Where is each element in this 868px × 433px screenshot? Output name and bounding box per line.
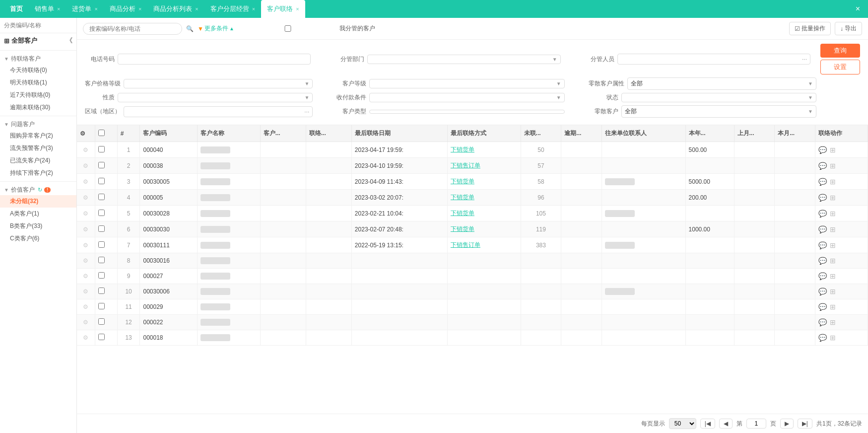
region-select[interactable]: ··· (124, 106, 313, 117)
contact-method-link[interactable]: 下销货单 (451, 178, 474, 185)
status-select[interactable]: ▼ (621, 93, 816, 102)
cell-checkbox[interactable] (95, 269, 117, 284)
message-icon[interactable]: 💬 (818, 178, 827, 186)
row-settings-icon[interactable]: ⚙ (83, 194, 88, 201)
cell-checkbox[interactable] (95, 158, 117, 174)
message-icon[interactable]: 💬 (818, 318, 827, 326)
search-icon[interactable]: 🔍 (186, 25, 194, 32)
sidebar-item-tomorrow[interactable]: 明天待联络(1) (0, 76, 76, 89)
grid-action-icon[interactable]: ⊞ (830, 288, 836, 295)
cell-settings[interactable]: ⚙ (77, 330, 95, 346)
next-page-btn[interactable]: ▶ (780, 419, 794, 429)
sidebar-item-class-b[interactable]: B类客户(33) (0, 220, 76, 232)
nav-tab-customer-contact[interactable]: 客户联络 × (261, 0, 305, 18)
cell-last-method[interactable]: 下销售订单 (447, 237, 521, 253)
cell-settings[interactable]: ⚙ (77, 221, 95, 237)
contact-method-link[interactable]: 下销货单 (451, 225, 474, 232)
row-settings-icon[interactable]: ⚙ (83, 273, 88, 280)
grid-action-icon[interactable]: ⊞ (830, 272, 836, 280)
phone-input[interactable] (118, 54, 311, 65)
row-settings-icon[interactable]: ⚙ (83, 178, 88, 185)
grid-action-icon[interactable]: ⊞ (830, 194, 836, 202)
cell-checkbox[interactable] (95, 142, 117, 158)
sidebar-item-abnormal[interactable]: 囤购异常客户(2) (0, 130, 76, 142)
row-checkbox[interactable] (98, 303, 105, 309)
row-checkbox[interactable] (98, 288, 105, 294)
nav-tab-purchase-close[interactable]: × (94, 6, 97, 12)
cell-last-method[interactable]: 下销货单 (447, 174, 521, 190)
cell-last-method[interactable] (447, 330, 521, 346)
nav-tab-home[interactable]: 首页 (4, 0, 29, 18)
nav-tab-analysis-list[interactable]: 商品分析列表 × (147, 0, 204, 18)
sidebar-item-churned[interactable]: 已流失客户(24) (0, 154, 76, 167)
nav-tab-sales[interactable]: 销售单 × (29, 0, 66, 18)
cell-settings[interactable]: ⚙ (77, 253, 95, 269)
nav-tab-customer-segment-close[interactable]: × (252, 6, 255, 12)
cell-last-method[interactable] (447, 253, 521, 269)
cell-settings[interactable]: ⚙ (77, 269, 95, 284)
col-name[interactable]: 客户名称 (197, 125, 260, 142)
cell-last-method[interactable] (447, 315, 521, 330)
col-no-contact[interactable]: 未联... (521, 125, 561, 142)
row-settings-icon[interactable]: ⚙ (83, 146, 88, 153)
cell-last-method[interactable] (447, 269, 521, 284)
message-icon[interactable]: 💬 (818, 225, 827, 233)
sidebar-item-today[interactable]: 今天待联络(0) (0, 64, 76, 76)
price-level-select[interactable]: ▼ (124, 79, 313, 88)
row-checkbox[interactable] (98, 146, 105, 152)
dept-select[interactable]: ▼ (367, 55, 560, 64)
sidebar-item-class-c[interactable]: C类客户(6) (0, 232, 76, 245)
grid-action-icon[interactable]: ⊞ (830, 162, 836, 170)
sidebar-group-pending[interactable]: ▼ 待联络客户 (0, 53, 76, 64)
sidebar-item-class-a[interactable]: A类客户(1) (0, 208, 76, 220)
export-button[interactable]: ↓ 导出 (835, 22, 862, 35)
row-checkbox[interactable] (98, 210, 105, 216)
row-settings-icon[interactable]: ⚙ (83, 162, 88, 169)
sidebar-item-declining[interactable]: 持续下滑客户(2) (0, 167, 76, 179)
cell-checkbox[interactable] (95, 190, 117, 206)
contact-method-link[interactable]: 下销售订单 (451, 162, 480, 169)
cell-settings[interactable]: ⚙ (77, 237, 95, 253)
row-settings-icon[interactable]: ⚙ (83, 242, 88, 249)
cell-settings[interactable]: ⚙ (77, 190, 95, 206)
page-input[interactable] (746, 419, 766, 429)
message-icon[interactable]: 💬 (818, 334, 827, 342)
grid-action-icon[interactable]: ⊞ (830, 334, 836, 342)
grid-action-icon[interactable]: ⊞ (830, 257, 836, 265)
cell-last-method[interactable] (447, 284, 521, 299)
reset-button[interactable]: 设置 (820, 60, 860, 74)
grid-action-icon[interactable]: ⊞ (830, 225, 836, 233)
cell-settings[interactable]: ⚙ (77, 142, 95, 158)
grid-action-icon[interactable]: ⊞ (830, 303, 836, 311)
cell-settings[interactable]: ⚙ (77, 315, 95, 330)
cell-last-method[interactable]: 下销货单 (447, 206, 521, 221)
row-checkbox[interactable] (98, 241, 105, 248)
row-settings-icon[interactable]: ⚙ (83, 226, 88, 233)
row-checkbox[interactable] (98, 318, 105, 325)
sidebar-group-value[interactable]: ▼ 价值客户 ↻ ! (0, 184, 76, 195)
col-this-month[interactable]: 本月... (775, 125, 815, 142)
batch-op-button[interactable]: ☑ 批量操作 (789, 22, 831, 35)
my-customers-checkbox[interactable] (238, 25, 337, 32)
cell-checkbox[interactable] (95, 330, 117, 346)
row-checkbox[interactable] (98, 194, 105, 200)
person-select[interactable]: ··· (617, 54, 810, 65)
col-contact[interactable]: 联络... (306, 125, 351, 142)
message-icon[interactable]: 💬 (818, 288, 827, 295)
col-company-contact[interactable]: 往来单位联系人 (601, 125, 685, 142)
message-icon[interactable]: 💬 (818, 257, 827, 265)
customer-type-select[interactable] (369, 110, 564, 114)
sidebar-group-problem[interactable]: ▼ 问题客户 (0, 118, 76, 130)
cell-last-method[interactable]: 下销售订单 (447, 158, 521, 174)
sidebar-search-input[interactable] (4, 22, 77, 29)
nav-tab-analysis-close[interactable]: × (138, 6, 141, 12)
cell-checkbox[interactable] (95, 237, 117, 253)
cell-last-method[interactable]: 下销货单 (447, 142, 521, 158)
row-checkbox[interactable] (98, 272, 105, 279)
cell-checkbox[interactable] (95, 206, 117, 221)
nature-select[interactable]: ▼ (118, 93, 313, 102)
row-settings-icon[interactable]: ⚙ (83, 288, 88, 295)
col-code[interactable]: 客户编码 (140, 125, 197, 142)
row-checkbox[interactable] (98, 162, 105, 168)
select-all-checkbox[interactable] (98, 130, 105, 136)
